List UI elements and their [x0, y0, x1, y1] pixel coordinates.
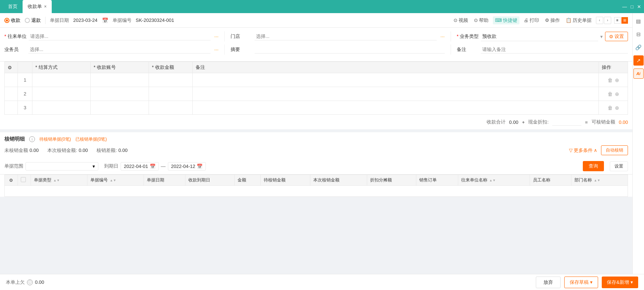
list-layout-btn[interactable]: ≡ — [614, 17, 621, 24]
row3-account[interactable] — [91, 101, 149, 115]
row2-remark[interactable] — [193, 87, 599, 101]
amount-th-label: * 收款金额 — [152, 64, 174, 70]
prev-btn[interactable]: ‹ — [596, 17, 603, 24]
writeoff-section-header: 核销明细 i 待核销单据(0笔) 已核销单据(0笔) — [0, 132, 632, 142]
dept-name-sort[interactable]: ▲▼ — [594, 179, 600, 182]
abandon-btn[interactable]: 放弃 — [536, 277, 561, 288]
next-btn[interactable]: › — [604, 17, 611, 24]
staff-input[interactable] — [28, 46, 211, 54]
footer-info-icon[interactable]: ⓘ — [27, 279, 33, 285]
save-new-btn[interactable]: 保存&新增 ▾ — [602, 277, 638, 288]
pending-tab[interactable]: 待核销单据(0笔) — [39, 136, 71, 142]
row2-delete-icon[interactable]: 🗑 — [608, 91, 613, 97]
row2-copy-icon[interactable]: ⊕ — [615, 91, 619, 97]
select-all-checkbox[interactable] — [21, 177, 26, 182]
current-label: 本单上欠 — [6, 279, 25, 286]
tab-home[interactable]: 首页 — [3, 0, 23, 13]
party-input[interactable] — [29, 32, 211, 40]
operation-btn[interactable]: ⚙ 操作 — [543, 16, 561, 24]
receipt-table: ⚙ * 结算方式 * 收款账号 * 收款金额 备注 — [4, 62, 628, 115]
equals-sign: = — [585, 119, 588, 125]
current-value: 0.00 — [35, 279, 44, 285]
query-btn[interactable]: 查询 — [583, 161, 604, 171]
row2-amount[interactable] — [149, 87, 193, 101]
range-select[interactable]: ▾ — [25, 162, 98, 171]
row2-settle[interactable] — [32, 87, 91, 101]
minimize-btn[interactable]: — — [622, 4, 627, 9]
staff-more-btn[interactable]: ··· — [214, 47, 219, 52]
refund-radio[interactable]: 退款 — [25, 17, 41, 24]
party-more-btn[interactable]: ··· — [214, 34, 219, 39]
date-start-input[interactable]: 2022-04-01 📅 — [121, 162, 159, 171]
row1-copy-icon[interactable]: ⊕ — [615, 77, 619, 83]
row1-account[interactable] — [91, 73, 149, 87]
store-input[interactable] — [255, 32, 437, 40]
row3-settle[interactable] — [32, 101, 91, 115]
refund-label: 退款 — [31, 17, 41, 24]
row1-amount[interactable] — [149, 73, 193, 87]
calendar-start-icon: 📅 — [150, 164, 156, 169]
cash-discount-input[interactable] — [552, 118, 581, 126]
row3-remark[interactable] — [193, 101, 599, 115]
date-value: 2023-03-24 — [73, 17, 98, 23]
help-btn[interactable]: ⊙ 帮助 — [472, 16, 490, 24]
row3-amount[interactable] — [149, 101, 193, 115]
more-conditions-btn[interactable]: ▽ 更多条件 ∧ — [569, 147, 597, 154]
video-btn[interactable]: ⊙ 视频 — [452, 16, 470, 24]
doc-num-sort[interactable]: ▲▼ — [110, 179, 116, 182]
this-time-stat: 本次核销金额: 0.00 — [47, 147, 88, 154]
draft-btn[interactable]: 保存草稿 ▾ — [564, 277, 598, 288]
calendar-icon[interactable]: 📅 — [102, 17, 108, 23]
save-new-arrow-icon: ▾ — [631, 279, 633, 285]
maximize-btn[interactable]: □ — [631, 4, 633, 9]
doc-type-th: 单据类型 ▲▼ — [31, 175, 87, 186]
row1-delete-icon[interactable]: 🗑 — [608, 77, 613, 83]
form-row-1: 往来单位 ··· 门店 ··· 业务类型 预收款 ▾ ⚙ 设置 — [4, 31, 628, 42]
close-btn[interactable]: ✕ — [637, 4, 641, 9]
stats-right: ▽ 更多条件 ∧ 自动核销 — [569, 145, 628, 155]
date-field: 到期日 2022-04-01 📅 — 2022-04-12 📅 — [104, 162, 206, 171]
party-name-sort[interactable]: ▲▼ — [489, 179, 496, 182]
summary-input[interactable] — [255, 46, 445, 54]
discount-share-th: 折扣分摊额 — [367, 175, 416, 186]
sidebar-expand-icon[interactable]: ↗ — [633, 55, 644, 66]
summary-row: 收款合计 0.00 + 现金折扣: = 可核销金额 0.00 — [0, 115, 632, 132]
gear-th[interactable]: ⚙ — [5, 62, 18, 73]
row1-settle[interactable] — [32, 73, 91, 87]
writeoff-info-icon[interactable]: i — [29, 136, 35, 142]
remark-input[interactable] — [481, 46, 628, 54]
done-tab[interactable]: 已核销单据(0笔) — [75, 136, 107, 142]
row1-remark[interactable] — [193, 73, 599, 87]
this-time-label: 本次核销金额: — [47, 147, 77, 154]
row3-actions: 🗑 ⊕ — [599, 101, 628, 115]
row3-delete-icon[interactable]: 🗑 — [608, 105, 613, 111]
sidebar-list-icon[interactable]: ⊟ — [633, 29, 644, 39]
store-more-btn[interactable]: ··· — [440, 34, 445, 39]
save-new-label: 保存&新增 — [607, 279, 629, 286]
sidebar-ai-icon[interactable]: Ai — [633, 68, 644, 79]
row3-copy-icon[interactable]: ⊕ — [615, 105, 619, 111]
history-btn[interactable]: 📋 历史单据 — [564, 16, 593, 24]
account-th: * 收款账号 — [91, 62, 149, 73]
auto-writeoff-btn[interactable]: 自动核销 — [601, 145, 628, 155]
row2-account[interactable] — [91, 87, 149, 101]
date-end-input[interactable]: 2022-04-12 📅 — [168, 162, 206, 171]
shortcut-btn[interactable]: ⌨ 快捷键 — [493, 16, 519, 24]
sidebar-link-icon[interactable]: 🔗 — [633, 42, 644, 52]
settings-btn2[interactable]: 设置 — [610, 161, 628, 171]
receipt-radio[interactable]: 收款 — [4, 17, 20, 24]
business-type-select[interactable]: 预收款 ▾ — [481, 32, 603, 41]
doc-type-sort[interactable]: ▲▼ — [53, 179, 60, 182]
settings-button[interactable]: ⚙ 设置 — [605, 32, 628, 41]
tab-current[interactable]: 收款单 × — [23, 0, 52, 13]
tab-close-icon[interactable]: × — [44, 4, 47, 9]
tab-home-label: 首页 — [8, 3, 17, 10]
grid-layout-btn[interactable]: ⊞ — [621, 17, 628, 24]
bottom-gear-th[interactable]: ⚙ — [5, 175, 18, 186]
table-row: 2 🗑 ⊕ — [5, 87, 628, 101]
sidebar-table-icon[interactable]: ▤ — [633, 16, 644, 26]
plus-sign: + — [522, 119, 525, 125]
writeoff-table: ⚙ 单据类型 ▲▼ 单据编号 ▲▼ 单据日期 收款到期日 金额 待 — [4, 175, 628, 197]
video-label: 视频 — [459, 17, 468, 24]
print-btn[interactable]: 🖨 打印 — [522, 16, 541, 24]
